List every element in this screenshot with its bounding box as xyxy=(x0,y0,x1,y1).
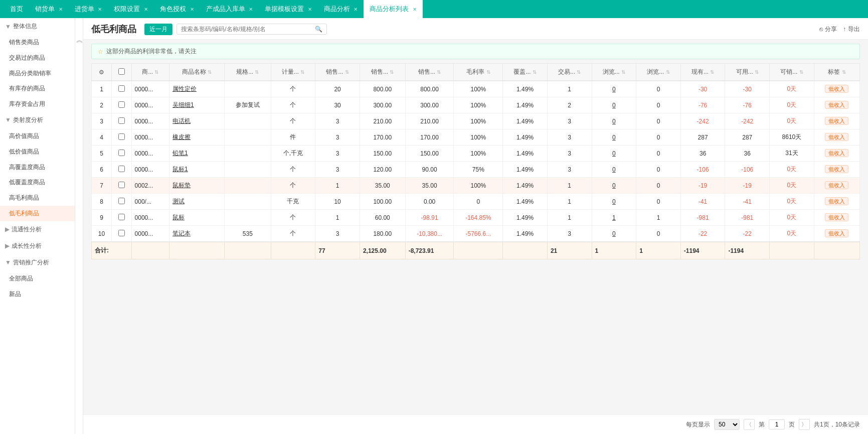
nav-close-template[interactable]: ✕ xyxy=(308,7,312,12)
cell-checkbox[interactable] xyxy=(112,194,132,210)
sidebar-item-category-rate[interactable]: 商品分类助销率 xyxy=(0,66,75,81)
col-checkbox[interactable] xyxy=(112,64,132,81)
nav-close-roles[interactable]: ✕ xyxy=(190,7,194,12)
share-button[interactable]: ⎋ 分享 xyxy=(819,25,837,34)
nav-close-purchase[interactable]: ✕ xyxy=(98,7,102,12)
sidebar-group-marketing[interactable]: ▼ 营销推广分析 xyxy=(0,254,75,271)
product-name-link[interactable]: 属性定价 xyxy=(172,85,197,92)
next-page-button[interactable]: 〉 xyxy=(799,419,810,430)
view1-link[interactable]: 0 xyxy=(612,230,616,237)
nav-close-goods-analysis[interactable]: ✕ xyxy=(354,7,358,12)
col-transaction[interactable]: 交易... ⇅ xyxy=(547,64,592,81)
product-name-link[interactable]: 鼠标1 xyxy=(172,166,188,173)
product-name-link[interactable]: 吴细细1 xyxy=(172,101,194,108)
row-checkbox[interactable] xyxy=(118,117,125,124)
cell-checkbox[interactable] xyxy=(112,146,132,162)
view1-link[interactable]: 0 xyxy=(612,150,616,157)
time-filter-button[interactable]: 近一月 xyxy=(144,24,172,35)
col-current-stock[interactable]: 现有... ⇅ xyxy=(680,64,725,81)
export-button[interactable]: ↑ 导出 xyxy=(843,25,860,34)
row-checkbox[interactable] xyxy=(118,198,125,204)
cell-checkbox[interactable] xyxy=(112,210,132,226)
nav-sales[interactable]: 销货单 ✕ xyxy=(29,0,69,18)
col-sales-amount[interactable]: 销售... ⇅ xyxy=(360,64,405,81)
cell-name[interactable]: 测试 xyxy=(169,194,225,210)
view1-link[interactable]: 1 xyxy=(612,214,616,221)
view1-link[interactable]: 0 xyxy=(612,198,616,205)
cell-checkbox[interactable] xyxy=(112,113,132,129)
nav-close-goods-analysis-list[interactable]: ✕ xyxy=(413,7,417,12)
cell-checkbox[interactable] xyxy=(112,226,132,242)
view1-link[interactable]: 0 xyxy=(612,134,616,141)
row-checkbox[interactable] xyxy=(118,166,125,172)
nav-product-in[interactable]: 产成品入库单 ✕ xyxy=(200,0,259,18)
nav-close-sales[interactable]: ✕ xyxy=(59,7,63,12)
cell-name[interactable]: 鼠标1 xyxy=(169,162,225,178)
cell-checkbox[interactable] xyxy=(112,97,132,113)
col-view1[interactable]: 浏览... ⇅ xyxy=(592,64,636,81)
sidebar-collapse-btn[interactable]: 《 xyxy=(75,18,83,434)
page-size-select[interactable]: 50 10 20 100 xyxy=(714,419,740,430)
product-name-link[interactable]: 电话机 xyxy=(172,117,191,124)
cell-name[interactable]: 吴细细1 xyxy=(169,97,225,113)
row-checkbox[interactable] xyxy=(118,101,125,108)
sidebar-group-liquidity[interactable]: ▶ 流通性分析 xyxy=(0,221,75,238)
cell-checkbox[interactable] xyxy=(112,178,132,194)
sidebar-item-high-margin[interactable]: 高毛利商品 xyxy=(0,190,75,206)
row-checkbox[interactable] xyxy=(118,85,125,92)
cell-checkbox[interactable] xyxy=(112,162,132,178)
sidebar-item-high-coverage[interactable]: 高覆盖度商品 xyxy=(0,160,75,175)
cell-name[interactable]: 笔记本 xyxy=(169,226,225,242)
product-name-link[interactable]: 鼠标 xyxy=(172,214,185,221)
table-container[interactable]: ⚙ 商... ⇅ 商品名称 ⇅ 规格... ⇅ 计量... ⇅ 销售... ⇅ … xyxy=(83,63,868,414)
product-name-link[interactable]: 鼠标垫 xyxy=(172,182,191,189)
sidebar-group-overall[interactable]: ▼ 整体信息 xyxy=(0,18,75,35)
sidebar-item-new-goods[interactable]: 新品 xyxy=(0,286,75,302)
product-name-link[interactable]: 笔记本 xyxy=(172,230,191,237)
sidebar-item-high-value[interactable]: 高价值商品 xyxy=(0,128,75,144)
product-name-link[interactable]: 测试 xyxy=(172,198,185,205)
col-coverage[interactable]: 覆盖... ⇅ xyxy=(503,64,548,81)
cell-checkbox[interactable] xyxy=(112,81,132,97)
cell-checkbox[interactable] xyxy=(112,129,132,146)
cell-name[interactable]: 鼠标 xyxy=(169,210,225,226)
col-name[interactable]: 商品名称 ⇅ xyxy=(169,64,225,81)
row-checkbox[interactable] xyxy=(118,182,125,188)
row-checkbox[interactable] xyxy=(118,150,125,156)
col-settings[interactable]: ⚙ xyxy=(92,64,112,81)
nav-goods-analysis-list[interactable]: 商品分析列表 ✕ xyxy=(364,0,423,18)
search-input[interactable] xyxy=(181,26,315,33)
col-view2[interactable]: 浏览... ⇅ xyxy=(636,64,681,81)
product-name-link[interactable]: 橡皮擦 xyxy=(172,133,191,140)
sidebar-group-analysis[interactable]: ▼ 类射度分析 xyxy=(0,112,75,128)
sidebar-item-inventory-capital[interactable]: 库存资金占用 xyxy=(0,96,75,112)
view1-link[interactable]: 0 xyxy=(612,182,616,189)
col-sales-qty[interactable]: 销售... ⇅ xyxy=(315,64,360,81)
view1-link[interactable]: 0 xyxy=(612,102,616,109)
row-checkbox[interactable] xyxy=(118,230,125,236)
page-number-input[interactable] xyxy=(769,419,785,429)
sidebar-item-low-margin[interactable]: 低毛利商品 xyxy=(0,206,75,221)
nav-purchase[interactable]: 进货单 ✕ xyxy=(69,0,108,18)
view1-link[interactable]: 0 xyxy=(612,166,616,173)
col-gross-margin[interactable]: 毛利率 ⇅ xyxy=(454,64,503,81)
select-all-checkbox[interactable] xyxy=(118,68,125,75)
nav-goods-analysis[interactable]: 商品分析 ✕ xyxy=(318,0,364,18)
col-tag[interactable]: 标签 ⇅ xyxy=(814,64,859,81)
cell-name[interactable]: 铅笔1 xyxy=(169,146,225,162)
row-checkbox[interactable] xyxy=(118,214,125,220)
sidebar-item-low-value[interactable]: 低价值商品 xyxy=(0,144,75,160)
nav-close-permissions[interactable]: ✕ xyxy=(144,7,148,12)
product-name-link[interactable]: 铅笔1 xyxy=(172,150,188,157)
col-code[interactable]: 商... ⇅ xyxy=(131,64,169,81)
sidebar-item-all-goods[interactable]: 全部商品 xyxy=(0,271,75,286)
col-sales-profit[interactable]: 销售... ⇅ xyxy=(405,64,454,81)
col-sellable[interactable]: 可销... ⇅ xyxy=(770,64,814,81)
view1-link[interactable]: 0 xyxy=(612,86,616,93)
col-spec[interactable]: 规格... ⇅ xyxy=(224,64,271,81)
prev-page-button[interactable]: 〈 xyxy=(744,419,755,430)
row-checkbox[interactable] xyxy=(118,133,125,140)
nav-close-product-in[interactable]: ✕ xyxy=(249,7,253,12)
sidebar-item-stocked-goods[interactable]: 有库存的商品 xyxy=(0,81,75,96)
view1-link[interactable]: 0 xyxy=(612,118,616,125)
